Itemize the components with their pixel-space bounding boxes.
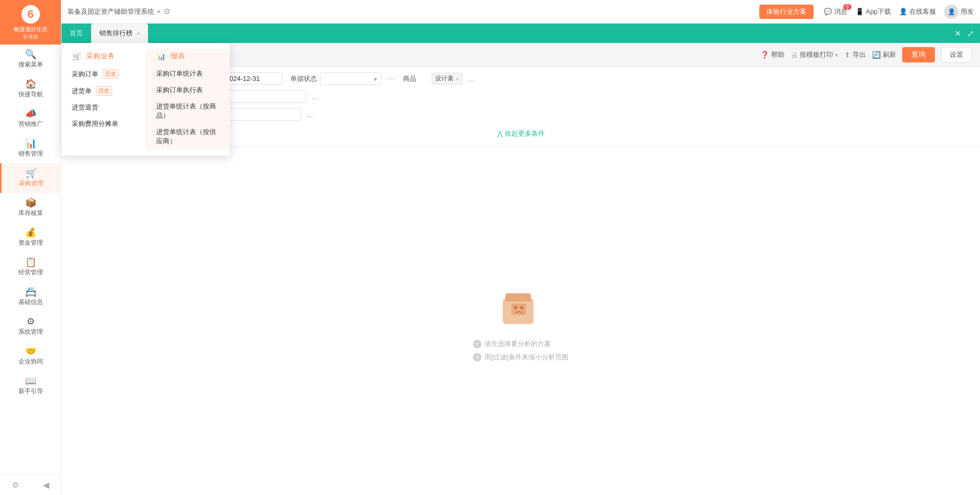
topbar-right: 💬 消息 9 📱 App下载 👤 在线客服 👤 用友: [824, 5, 974, 19]
sidebar-label-finance: 资金管理: [18, 239, 43, 247]
topbar: 装备及固定资产辅助管理系统 ▾ ⚙ 体验行业方案 💬 消息 9 📱 App下载 …: [61, 0, 980, 24]
report-section-icon: 📊: [156, 51, 166, 61]
inventory-icon: 📦: [25, 198, 36, 207]
sidebar-item-finance[interactable]: 💰 资金管理: [0, 223, 61, 252]
empty-step-2: ② 用[过滤]条件来缩小分析范围: [473, 351, 568, 364]
tab-home[interactable]: 首页: [61, 24, 91, 43]
empty-text: ① 请先选择要分析的方案 ② 用[过滤]条件来缩小分析范围: [473, 337, 568, 364]
dropdown-return[interactable]: 进货退货: [68, 99, 139, 116]
basic-icon: 📇: [25, 287, 36, 296]
print-btn[interactable]: 🖨 按模板打印 ▾: [791, 50, 838, 59]
customer-dots[interactable]: ...: [306, 110, 313, 119]
sidebar-menu: 🔍 搜索菜单 🏠 快捷导航 📣 营销推广 📊 销售管理 🛒 采购管理 📦 库存核…: [0, 45, 61, 475]
system-icon: ⚙: [27, 317, 35, 326]
doc-status-dots[interactable]: ⋯: [387, 74, 395, 83]
svg-point-3: [514, 306, 517, 309]
topbar-online-service[interactable]: 👤 在线客服: [899, 7, 936, 16]
dropdown-report-incoming-supplier[interactable]: 进货单统计表（按供应商）: [152, 124, 224, 149]
window-restore-btn[interactable]: ⤢: [965, 29, 976, 38]
sidebar-label-search: 搜索菜单: [18, 60, 43, 69]
sidebar: 6 畅捷通好生意 标准版 🔍 搜索菜单 🏠 快捷导航 📣 营销推广 📊 销售管理…: [0, 0, 61, 495]
dropdown-report-order-stat[interactable]: 采购订单统计表: [152, 66, 224, 82]
goods-dots[interactable]: ...: [467, 74, 474, 83]
settings-btn[interactable]: 设置: [941, 47, 972, 62]
sidebar-label-basic: 基础信息: [18, 298, 43, 307]
dropdown-report-order-exec[interactable]: 采购订单执行表: [152, 82, 224, 98]
sidebar-item-marketing[interactable]: 📣 营销推广: [0, 104, 61, 134]
topbar-user[interactable]: 👤 用友: [944, 5, 974, 19]
purchase-icon: 🛒: [26, 168, 37, 178]
topbar-dropdown-arrow[interactable]: ▾: [157, 8, 160, 15]
doc-status-select[interactable]: [320, 72, 381, 85]
salesman-dots[interactable]: ...: [311, 92, 318, 101]
sidebar-label-quicknav: 快捷导航: [18, 90, 43, 99]
goods-tag-close[interactable]: ×: [456, 76, 459, 82]
message-badge: 9: [843, 4, 851, 10]
sidebar-logo: 6 畅捷通好生意 标准版: [0, 0, 61, 45]
dropdown-purchase-order[interactable]: 采购订单 历史: [68, 66, 139, 82]
logo-name: 畅捷通好生意: [14, 26, 48, 33]
search-btn[interactable]: 查询: [902, 47, 935, 62]
sidebar-item-guide[interactable]: 📖 新手引导: [0, 371, 61, 401]
goods-label: 商品: [403, 74, 429, 83]
topbar-title-area: 装备及固定资产辅助管理系统 ▾ ⚙: [68, 7, 754, 16]
sidebar-label-system: 系统管理: [18, 328, 43, 336]
topbar-app-download[interactable]: 📱 App下载: [856, 7, 891, 16]
sidebar-item-system[interactable]: ⚙ 系统管理: [0, 312, 61, 341]
sidebar-settings-btn[interactable]: ⚙: [12, 480, 19, 490]
empty-step-1: ① 请先选择要分析的方案: [473, 337, 568, 351]
sidebar-item-quicknav[interactable]: 🏠 快捷导航: [0, 74, 61, 104]
sidebar-label-guide: 新手引导: [18, 387, 43, 396]
report-order-stat-label: 采购订单统计表: [156, 69, 203, 78]
collapse-arrow-icon: ⋀: [497, 130, 503, 138]
toolbar-right: ❓ 帮助 🖨 按模板打印 ▾ ⬆ 导出 🔄 刷新 查询 设置: [760, 47, 972, 62]
avatar-icon: 👤: [948, 8, 955, 15]
sidebar-item-purchase[interactable]: 🛒 采购管理: [0, 163, 61, 193]
home-icon: 🏠: [25, 79, 36, 89]
export-btn[interactable]: ⬆ 导出: [844, 50, 866, 59]
tab-close-icon[interactable]: ×: [137, 30, 140, 36]
report-incoming-goods-label: 进货单统计表（按商品）: [156, 102, 220, 120]
svg-point-4: [520, 306, 523, 309]
window-close-btn[interactable]: ✕: [952, 29, 963, 38]
sidebar-label-purchase: 采购管理: [19, 179, 44, 188]
purchase-order-label: 采购订单: [72, 70, 98, 79]
svg-rect-2: [512, 304, 526, 315]
dropdown-overlay: 🛒 采购业务 采购订单 历史 进货单 历史 进货退货 采购费用分摊单 📊: [61, 43, 230, 156]
collapse-btn[interactable]: ⋀ 收起更多条件: [489, 126, 553, 141]
industry-btn[interactable]: 体验行业方案: [759, 5, 814, 19]
refresh-label: 刷新: [883, 50, 896, 59]
purchase-section-label: 采购业务: [86, 52, 115, 61]
enterprise-icon: 🤝: [25, 347, 36, 356]
sidebar-label-inventory: 库存核算: [18, 209, 43, 218]
topbar-settings-icon[interactable]: ⚙: [163, 7, 171, 16]
user-label: 用友: [961, 7, 974, 16]
help-label: 帮助: [771, 50, 784, 59]
sidebar-collapse-btn[interactable]: ◀: [43, 480, 49, 490]
sidebar-label-enterprise: 企业协同: [18, 357, 43, 366]
topbar-message-item[interactable]: 💬 消息 9: [824, 7, 847, 16]
dropdown-report-incoming-goods[interactable]: 进货单统计表（按商品）: [152, 98, 224, 124]
sidebar-item-basic[interactable]: 📇 基础信息: [0, 282, 61, 312]
refresh-btn[interactable]: 🔄 刷新: [872, 50, 896, 59]
dropdown-incoming[interactable]: 进货单 历史: [68, 82, 139, 99]
logo-icon: 6: [22, 5, 40, 24]
sidebar-item-search[interactable]: 🔍 搜索菜单: [0, 45, 61, 74]
help-icon: ❓: [760, 51, 769, 59]
help-btn[interactable]: ❓ 帮助: [760, 50, 784, 59]
sidebar-item-inventory[interactable]: 📦 库存核算: [0, 193, 61, 223]
report-order-exec-label: 采购订单执行表: [156, 85, 203, 95]
sidebar-item-sales[interactable]: 📊 销售管理: [0, 134, 61, 163]
sidebar-label-operations: 经营管理: [18, 268, 43, 277]
purchase-section-icon: 🛒: [72, 51, 82, 61]
incoming-label: 进货单: [72, 87, 92, 96]
goods-tag-text: 设计素: [435, 74, 454, 83]
doc-status-label: 单据状态: [290, 74, 317, 83]
collapse-label: 收起更多条件: [505, 129, 545, 138]
report-incoming-supplier-label: 进货单统计表（按供应商）: [156, 127, 220, 146]
dropdown-expense[interactable]: 采购费用分摊单: [68, 116, 139, 132]
sidebar-item-operations[interactable]: 📋 经营管理: [0, 252, 61, 282]
tab-sales-rank[interactable]: 销售排行榜 ×: [91, 24, 148, 43]
sidebar-item-enterprise[interactable]: 🤝 企业协同: [0, 341, 61, 371]
purchase-order-history: 历史: [102, 69, 119, 79]
